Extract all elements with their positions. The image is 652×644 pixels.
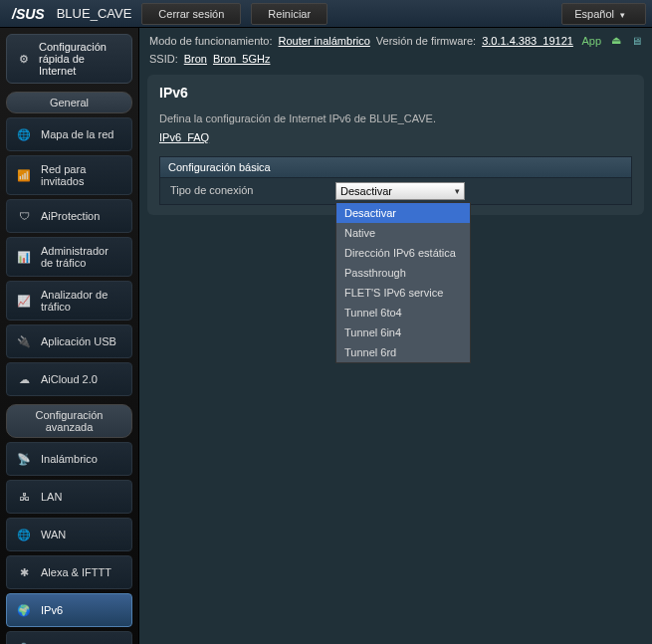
sidebar-item-aicloud[interactable]: ☁AiCloud 2.0: [6, 362, 132, 396]
faq-link[interactable]: IPv6_FAQ: [159, 131, 209, 143]
conn-option-7[interactable]: Tunnel 6rd: [336, 342, 470, 362]
page-description: Defina la configuración de Internet IPv6…: [159, 112, 632, 124]
device-name: BLUE_CAVE: [57, 6, 132, 21]
conn-type-row: Tipo de conexión Desactivar DesactivarNa…: [159, 178, 632, 205]
brand-logo: /SUS: [6, 6, 51, 22]
fw-link[interactable]: 3.0.1.4.383_19121: [482, 35, 573, 47]
sidebar-item-vpn[interactable]: 🔒VPN: [6, 631, 132, 644]
ssid-bar: SSID: Bron Bron_5GHz: [139, 53, 652, 71]
usb-icon[interactable]: ⏏: [611, 34, 621, 47]
conn-type-select[interactable]: Desactivar: [335, 182, 465, 200]
quick-setup-label: Configuración rápida de Internet: [39, 41, 123, 77]
mode-label: Modo de funcionamiento:: [149, 35, 273, 47]
sidebar-item-wan[interactable]: 🌐WAN: [6, 518, 132, 551]
sidebar-item-alexa[interactable]: ✱Alexa & IFTTT: [6, 555, 132, 589]
vpn-icon: 🔒: [15, 639, 33, 644]
top-header: /SUS BLUE_CAVE Cerrar sesión Reiniciar E…: [0, 0, 652, 28]
reboot-button[interactable]: Reiniciar: [251, 3, 327, 25]
conn-option-5[interactable]: Tunnel 6to4: [336, 303, 470, 322]
language-selector[interactable]: Español: [561, 3, 646, 25]
section-general: General: [6, 92, 132, 113]
sidebar-item-label: Red para invitados: [41, 163, 123, 187]
app-link[interactable]: App: [581, 35, 601, 47]
fw-label: Versión de firmware:: [376, 35, 476, 47]
map-icon: 🌐: [15, 125, 33, 143]
page-title: IPv6: [159, 85, 632, 101]
basic-config-header: Configuración básica: [159, 156, 632, 178]
alexa-icon: ✱: [15, 563, 33, 581]
main-layout: ⚙ Configuración rápida de Internet Gener…: [0, 28, 652, 644]
ipv6-panel: IPv6 Defina la configuración de Internet…: [147, 75, 644, 215]
sidebar-item-wireless[interactable]: 📡Inalámbrico: [6, 442, 132, 476]
sidebar-item-label: Inalámbrico: [41, 453, 98, 465]
sidebar-item-label: LAN: [41, 491, 62, 503]
aiprot-icon: 🛡: [15, 207, 33, 225]
sidebar-item-label: Aplicación USB: [41, 335, 116, 347]
conn-option-6[interactable]: Tunnel 6in4: [336, 322, 470, 342]
sidebar-item-ipv6[interactable]: 🌍IPv6: [6, 593, 132, 627]
logout-button[interactable]: Cerrar sesión: [141, 3, 241, 25]
sidebar-item-label: Analizador de tráfico: [41, 289, 123, 313]
sidebar-item-label: Mapa de la red: [41, 128, 113, 140]
guest-icon: 📶: [15, 166, 33, 184]
wireless-icon: 📡: [15, 450, 33, 468]
traffic-icon: 📊: [15, 248, 33, 266]
sidebar-item-map[interactable]: 🌐Mapa de la red: [6, 117, 132, 151]
conn-option-1[interactable]: Native: [336, 223, 470, 243]
ssid1-link[interactable]: Bron: [184, 53, 207, 65]
mode-link[interactable]: Router inalámbrico: [279, 35, 370, 47]
ssid-label: SSID:: [149, 53, 178, 65]
gear-icon: ⚙: [15, 50, 33, 68]
usb-icon: 🔌: [15, 332, 33, 350]
conn-option-3[interactable]: Passthrough: [336, 263, 470, 283]
content-area: Modo de funcionamiento: Router inalámbri…: [139, 28, 652, 644]
sidebar-item-usb[interactable]: 🔌Aplicación USB: [6, 324, 132, 358]
sidebar-item-label: WAN: [41, 529, 66, 540]
sidebar-item-label: AiProtection: [41, 210, 100, 222]
lan-icon: 🖧: [15, 488, 33, 506]
quick-setup-button[interactable]: ⚙ Configuración rápida de Internet: [6, 34, 132, 84]
sidebar-item-traffic[interactable]: 📊Administrador de tráfico: [6, 237, 132, 277]
info-bar: Modo de funcionamiento: Router inalámbri…: [139, 28, 652, 53]
conn-type-label: Tipo de conexión: [160, 178, 329, 204]
ssid2-link[interactable]: Bron_5GHz: [213, 53, 270, 65]
conn-option-0[interactable]: Desactivar: [336, 203, 470, 223]
conn-type-dropdown: DesactivarNativeDirección IPv6 estáticaP…: [335, 202, 471, 363]
analyzer-icon: 📈: [15, 292, 33, 310]
sidebar-item-analyzer[interactable]: 📈Analizador de tráfico: [6, 281, 132, 321]
sidebar-item-label: Alexa & IFTTT: [41, 566, 111, 578]
sidebar: ⚙ Configuración rápida de Internet Gener…: [0, 28, 139, 644]
aicloud-icon: ☁: [15, 370, 33, 388]
conn-option-4[interactable]: FLET'S IPv6 service: [336, 283, 470, 303]
conn-option-2[interactable]: Dirección IPv6 estática: [336, 243, 470, 263]
sidebar-item-label: IPv6: [41, 604, 63, 616]
sidebar-item-label: AiCloud 2.0: [41, 373, 98, 385]
sidebar-item-label: Administrador de tráfico: [41, 245, 123, 269]
sidebar-item-aiprot[interactable]: 🛡AiProtection: [6, 199, 132, 233]
sidebar-item-lan[interactable]: 🖧LAN: [6, 480, 132, 514]
ipv6-icon: 🌍: [15, 601, 33, 619]
sidebar-item-guest[interactable]: 📶Red para invitados: [6, 155, 132, 195]
section-advanced: Configuración avanzada: [6, 404, 132, 438]
wan-icon: 🌐: [15, 526, 33, 543]
client-icon[interactable]: 🖥: [631, 35, 642, 47]
